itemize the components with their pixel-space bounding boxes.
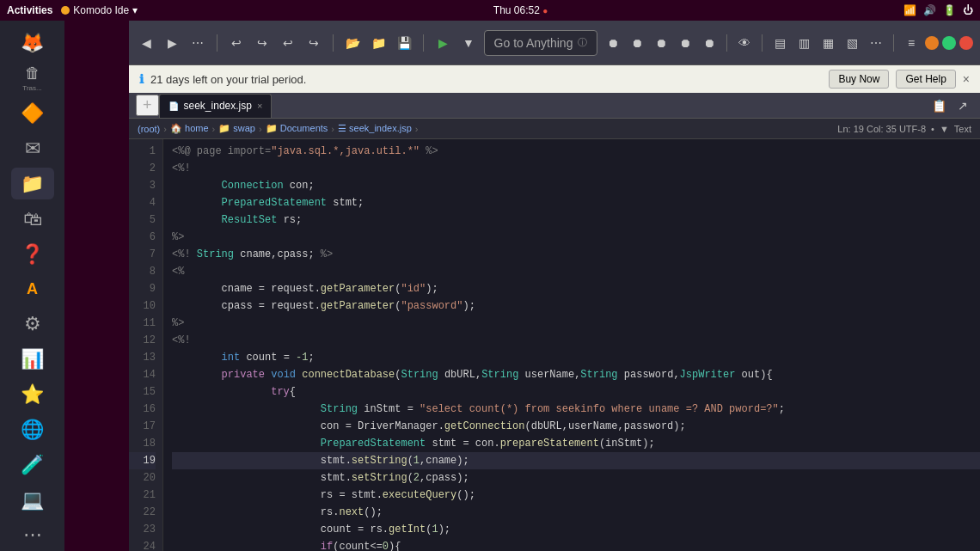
sidebar-item-komodo[interactable]: 🔶 <box>11 98 54 130</box>
sidebar-item-trash[interactable]: 🗑 Tras... <box>11 63 54 95</box>
layout-more-button[interactable]: ⋯ <box>866 33 886 53</box>
sidebar-item-flask[interactable]: 🧪 <box>11 449 54 481</box>
nav-more-button[interactable]: ⋯ <box>187 33 208 53</box>
trial-info-icon: ℹ <box>139 72 144 86</box>
breadcrumb-home[interactable]: 🏠 home <box>170 123 209 134</box>
sidebar-trash-label: Tras... <box>22 84 41 92</box>
code-line-18: PreparedStatement stmt = con.prepareStat… <box>172 435 980 452</box>
tab-close-button[interactable]: × <box>257 101 262 111</box>
code-line-5: ResultSet rs; <box>172 211 980 229</box>
code-line-9: cname = request.getParameter("id"); <box>172 280 980 297</box>
volume-icon: 🔊 <box>923 4 936 16</box>
sidebar-item-star[interactable]: ⭐ <box>11 379 54 411</box>
breadcrumb-file[interactable]: ☰ seek_index.jsp <box>338 123 412 134</box>
redo-button[interactable]: ↪ <box>252 33 273 53</box>
sidebar-item-files[interactable]: 📁 <box>11 168 54 199</box>
sidebar-item-firefox[interactable]: 🦊 <box>11 28 54 59</box>
get-help-button[interactable]: Get Help <box>896 70 955 89</box>
code-line-11: %> <box>172 315 980 332</box>
sidebar-item-settings[interactable]: ⚙ <box>11 309 54 340</box>
go-to-anything-input[interactable]: Go to Anything ⓘ <box>484 30 597 56</box>
code-line-1: <%@ page import="java.sql.*,java.util.*"… <box>172 143 980 160</box>
layout3-button[interactable]: ▦ <box>818 33 838 53</box>
toolbar-separator-1 <box>217 34 217 52</box>
trial-close-button[interactable]: × <box>963 72 970 86</box>
run-dropdown-button[interactable]: ▼ <box>458 33 479 53</box>
sidebar-item-mail[interactable]: ✉ <box>11 133 54 165</box>
minimize-button[interactable] <box>925 36 939 50</box>
sidebar-item-globe[interactable]: 🌐 <box>11 413 54 445</box>
run-button[interactable]: ▶ <box>432 33 453 53</box>
activities-button[interactable]: Activities <box>7 4 52 16</box>
sidebar-item-apps[interactable]: ⋯ <box>11 519 54 551</box>
nav-back-button[interactable]: ◀ <box>136 33 156 53</box>
code-line-4: PreparedStatement stmt; <box>172 194 980 211</box>
code-editor[interactable]: <%@ page import="java.sql.*,java.util.*"… <box>163 139 980 551</box>
system-bar-right: 📶 🔊 🔋 ⏻ <box>903 4 973 16</box>
code-line-17: con = DriverManager.getConnection(dbURL,… <box>172 418 980 435</box>
layout1-button[interactable]: ▤ <box>769 33 790 53</box>
breadcrumb-documents[interactable]: 📁 Documents <box>266 123 328 134</box>
tab-file-icon: 📄 <box>168 101 179 111</box>
tab-expand-button[interactable]: ↗ <box>952 95 973 116</box>
record5-button[interactable]: ⏺ <box>699 33 720 53</box>
komodo-label: Komodo Ide ▾ <box>61 4 138 16</box>
sidebar-item-stats[interactable]: 📊 <box>11 344 54 376</box>
komodo-dot-icon <box>61 6 70 15</box>
trial-text: 21 days left on your trial period. <box>150 73 822 86</box>
tab-copy-button[interactable]: 📋 <box>928 95 949 116</box>
menu-button[interactable]: ≡ <box>901 33 922 53</box>
time-dot-icon: ● <box>542 6 548 15</box>
layout4-button[interactable]: ▧ <box>842 33 862 53</box>
sidebar-item-ubuntu[interactable]: 🛍 <box>11 203 54 235</box>
tabs-bar: + 📄 seek_index.jsp × 📋 ↗ <box>129 93 980 119</box>
go-to-anything-label: Go to Anything <box>494 36 573 50</box>
record4-button[interactable]: ⏺ <box>675 33 695 53</box>
system-time: Thu 06:52 ● <box>493 4 548 16</box>
maximize-button[interactable] <box>942 36 956 50</box>
record2-button[interactable]: ⏺ <box>627 33 647 53</box>
sidebar-item-help[interactable]: ❓ <box>11 238 54 270</box>
toolbar-separator-4 <box>726 34 727 52</box>
trial-banner: ℹ 21 days left on your trial period. Buy… <box>129 65 980 93</box>
folder-button[interactable]: 📁 <box>368 33 389 53</box>
tab-label: seek_index.jsp <box>184 100 252 112</box>
toolbar-separator-3 <box>423 34 424 52</box>
code-line-12: <%! <box>172 332 980 349</box>
code-line-3: Connection con; <box>172 177 980 194</box>
undo-button[interactable]: ↩ <box>226 33 247 53</box>
sidebar: 🦊 🗑 Tras... 🔶 ✉ 📁 🛍 ❓ A ⚙ 📊 ⭐ 🌐 🧪 💻 ⋯ <box>0 21 64 551</box>
code-line-6: %> <box>172 229 980 246</box>
save-button[interactable]: 💾 <box>394 33 414 53</box>
eye-button[interactable]: 👁 <box>734 33 755 53</box>
layout2-button[interactable]: ▥ <box>793 33 814 53</box>
new-tab-button[interactable]: + <box>136 95 159 116</box>
record3-button[interactable]: ⏺ <box>651 33 671 53</box>
komodo-arrow-icon: ▾ <box>132 4 138 16</box>
breadcrumb-swap[interactable]: 📁 swap <box>218 123 255 134</box>
redo2-button[interactable]: ↪ <box>303 33 324 53</box>
close-window-button[interactable] <box>959 36 973 50</box>
sidebar-item-amazon[interactable]: A <box>11 273 54 305</box>
record-button[interactable]: ⏺ <box>603 33 623 53</box>
toolbar-separator-6 <box>893 34 894 52</box>
sidebar-item-terminal[interactable]: 💻 <box>11 484 54 516</box>
ide-container: ◀ ▶ ⋯ ↩ ↪ ↩ ↪ 📂 📁 💾 ▶ ▼ Go to Anything ⓘ… <box>129 21 980 551</box>
komodo-name[interactable]: Komodo Ide <box>73 4 129 16</box>
go-to-anything-info-icon: ⓘ <box>578 36 587 49</box>
code-line-16: String inStmt = "select count(*) from se… <box>172 401 980 418</box>
code-line-10: cpass = request.getParameter("password")… <box>172 297 980 315</box>
tabs-right: 📋 ↗ <box>928 95 980 116</box>
file-open-button[interactable]: 📂 <box>342 33 363 53</box>
code-line-8: <% <box>172 263 980 280</box>
buy-now-button[interactable]: Buy Now <box>829 70 889 89</box>
tab-seek-index[interactable]: 📄 seek_index.jsp × <box>159 94 273 118</box>
breadcrumb-root[interactable]: (root) <box>138 124 160 134</box>
nav-fwd-button[interactable]: ▶ <box>162 33 182 53</box>
code-line-2: <%! <box>172 160 980 177</box>
file-type-label: ▼ <box>940 124 949 134</box>
file-type: Text <box>954 124 971 134</box>
undo2-button[interactable]: ↩ <box>278 33 298 53</box>
breadcrumb-dot-sep: • <box>931 124 934 134</box>
toolbar-right: ⏺ ⏺ ⏺ ⏺ ⏺ 👁 ▤ ▥ ▦ ▧ ⋯ ≡ <box>603 33 973 53</box>
